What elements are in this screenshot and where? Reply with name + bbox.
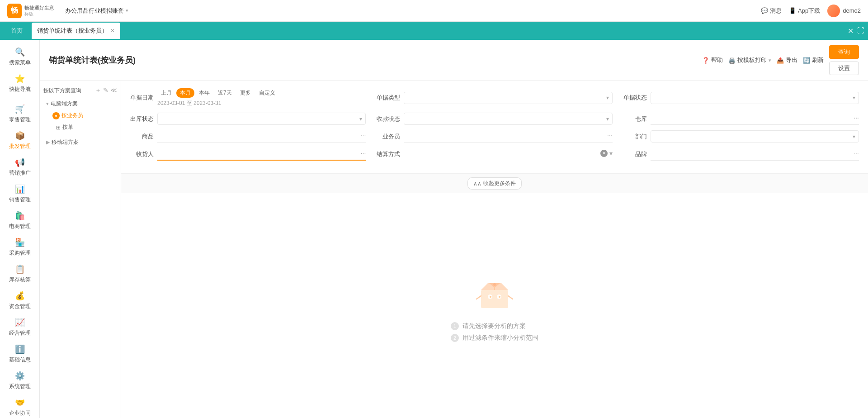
collapse-panel-icon[interactable]: ≪ [110, 86, 117, 95]
scheme-item-by-salesperson[interactable]: ● 按业务员 [43, 109, 117, 122]
filter-row-3: 商品 ··· 业务员 ··· [130, 130, 859, 142]
sidebar-item-ecommerce[interactable]: 🛍️ 电商管理 [0, 207, 39, 234]
topbar-right: 💬 消息 📱 App下载 demo2 [761, 5, 861, 17]
goods-dots-icon[interactable]: ··· [361, 132, 366, 139]
add-scheme-icon[interactable]: ＋ [95, 86, 101, 95]
basic-icon: ℹ️ [15, 344, 25, 354]
filter-out-status-cell: 出库状态 ▾ [130, 113, 366, 125]
chevron-down-icon: ▾ [126, 8, 128, 14]
export-button[interactable]: 📤 导出 [777, 56, 797, 64]
filter-doc-status-cell: 单据状态 ▾ [623, 88, 859, 107]
filter-row-2: 出库状态 ▾ 收款状态 [130, 113, 859, 125]
maximize-icon[interactable]: ⛶ [857, 27, 864, 35]
brand-value [651, 148, 854, 158]
tabbar-right: ✕ ⛶ [848, 27, 864, 35]
warehouse-body[interactable]: ··· [651, 113, 859, 125]
star-icon: ⭐ [15, 74, 25, 84]
topbar-left: 畅 畅捷通好生意 标版 办公用品行业模拟账套 ▾ [7, 4, 128, 18]
app-download-button[interactable]: 📱 App下载 [789, 7, 820, 15]
page-header: 销货单统计表(按业务员) ❓ 帮助 🖨️ 按模板打印 ▾ 📤 导出 🔄 刷 [40, 40, 868, 81]
goods-body[interactable]: ··· [157, 130, 366, 142]
department-select[interactable] [651, 130, 859, 142]
empty-illustration [472, 270, 517, 315]
print-icon: 🖨️ [728, 57, 736, 64]
payment-method-clear-icon[interactable]: ✕ [600, 150, 608, 157]
sidebar-item-purchase[interactable]: 🏪 采购管理 [0, 234, 39, 261]
doc-status-select[interactable] [651, 92, 859, 104]
filter-payment-status-cell: 收款状态 ▾ [377, 113, 612, 125]
sidebar-item-retail[interactable]: 🛒 零售管理 [0, 100, 39, 127]
system-icon: ⚙️ [15, 371, 25, 381]
brand-body[interactable]: ··· [651, 148, 859, 161]
sidebar-item-corp[interactable]: 🤝 企业协同 [0, 394, 39, 418]
setting-button[interactable]: 设置 [829, 62, 859, 75]
brand-dots-icon[interactable]: ··· [854, 150, 859, 157]
sidebar-item-operations[interactable]: 📈 经营管理 [0, 314, 39, 341]
print-button[interactable]: 🖨️ 按模板打印 ▾ [728, 56, 771, 64]
scheme-group-desktop: ▾ 电脑端方案 ● 按业务员 ⊞ 按单 [43, 98, 117, 133]
payment-method-arrow-icon[interactable]: ▾ [609, 150, 613, 157]
scheme-group-mobile-title[interactable]: ▶ 移动端方案 [43, 137, 117, 148]
query-button[interactable]: 查询 [829, 45, 859, 59]
wholesale-icon: 📦 [15, 131, 25, 141]
tip-num-2: 2 [451, 334, 459, 342]
logo-area: 畅 畅捷通好生意 标版 [7, 4, 54, 18]
sidebar-item-marketing[interactable]: 📢 营销推广 [0, 154, 39, 180]
sidebar-item-sales[interactable]: 📊 销售管理 [0, 180, 39, 207]
operations-icon: 📈 [15, 318, 25, 328]
filter-warehouse-cell: 仓库 ··· [623, 113, 859, 125]
scheme-group-desktop-title[interactable]: ▾ 电脑端方案 [43, 98, 117, 109]
sidebar-item-search[interactable]: 🔍 搜索菜单 [0, 43, 39, 70]
inventory-icon: 📋 [15, 264, 25, 274]
filter-department-cell: 部门 ▾ [623, 130, 859, 142]
tab-home[interactable]: 首页 [4, 22, 30, 40]
this-month-btn[interactable]: 本月 [176, 88, 194, 98]
filter-row-1: 单据日期 上月 本月 本年 近7天 更多 自定义 20 [130, 88, 859, 107]
salesperson-dots-icon[interactable]: ··· [607, 132, 613, 139]
receiver-value [157, 148, 361, 158]
payment-status-body: ▾ [404, 113, 612, 125]
message-button[interactable]: 💬 消息 [761, 7, 782, 15]
sidebar-item-basic[interactable]: ℹ️ 基础信息 [0, 341, 39, 367]
scheme-group-mobile: ▶ 移动端方案 [43, 137, 117, 148]
marketing-icon: 📢 [15, 157, 25, 167]
user-menu[interactable]: demo2 [827, 5, 861, 17]
close-window-icon[interactable]: ✕ [848, 27, 854, 35]
salesperson-body[interactable]: ··· [404, 130, 612, 142]
corp-icon: 🤝 [15, 398, 25, 408]
message-icon: 💬 [761, 7, 768, 14]
doc-type-body: ▾ [404, 92, 612, 104]
this-year-btn[interactable]: 本年 [195, 88, 213, 98]
scheme-item-by-order[interactable]: ⊞ 按单 [43, 122, 117, 133]
out-status-body: ▾ [157, 113, 366, 125]
last7-btn[interactable]: 近7天 [214, 88, 236, 98]
refresh-button[interactable]: 🔄 刷新 [803, 56, 824, 64]
last-month-btn[interactable]: 上月 [157, 88, 175, 98]
out-status-select[interactable] [157, 113, 366, 125]
help-button[interactable]: ❓ 帮助 [702, 56, 723, 64]
tab-sales-stat[interactable]: 销货单统计表（按业务员） ✕ [32, 23, 120, 39]
collapse-button[interactable]: ∧∧ 收起更多条件 [467, 177, 522, 190]
edit-scheme-icon[interactable]: ✎ [103, 86, 108, 95]
more-date-btn[interactable]: 更多 [236, 88, 255, 98]
mobile-icon: 📱 [789, 7, 796, 14]
sidebar-item-wholesale[interactable]: 📦 批发管理 [0, 127, 39, 154]
custom-date-btn[interactable]: 自定义 [255, 88, 279, 98]
app-dropdown[interactable]: 办公用品行业模拟账套 ▾ [65, 7, 128, 15]
sidebar-item-system[interactable]: ⚙️ 系统管理 [0, 367, 39, 394]
sidebar-item-inventory[interactable]: 📋 库存核算 [0, 261, 39, 287]
receiver-dots-icon[interactable]: ··· [361, 149, 366, 157]
filter-brand-cell: 品牌 ··· [623, 148, 859, 161]
doc-type-select[interactable] [404, 92, 612, 104]
svg-line-8 [508, 296, 513, 299]
active-scheme-icon: ● [52, 112, 60, 119]
retail-icon: 🛒 [15, 104, 25, 114]
sidebar-item-quick-nav[interactable]: ⭐ 快捷导航 [0, 70, 39, 97]
receiver-body[interactable]: ··· [157, 148, 366, 161]
sidebar-item-finance[interactable]: 💰 资金管理 [0, 287, 39, 314]
close-tab-icon[interactable]: ✕ [110, 28, 115, 34]
warehouse-dots-icon[interactable]: ··· [854, 114, 859, 121]
payment-status-select[interactable] [404, 113, 612, 125]
empty-tips: 1 请先选择要分析的方案 2 用过滤条件来缩小分析范围 [451, 322, 538, 342]
filter-receiver-cell: 收货人 ··· [130, 148, 366, 161]
